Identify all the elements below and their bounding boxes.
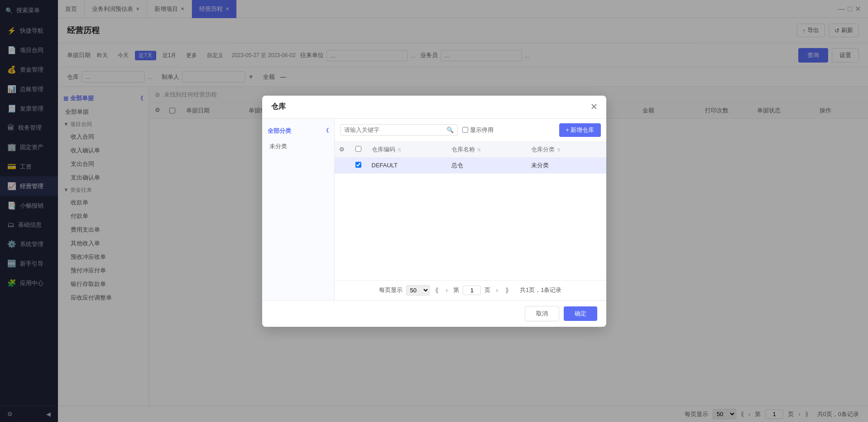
row-select-checkbox[interactable] [355, 162, 361, 168]
th-code[interactable]: 仓库编码 ⇅ [367, 142, 447, 158]
dialog-left-panel: 全部分类 《 未分类 [262, 119, 335, 300]
row-name: 总仓 [447, 157, 527, 173]
cancel-button[interactable]: 取消 [525, 306, 559, 321]
dialog-page-label: 第 [453, 286, 459, 294]
dialog-total-info: 共1页，1条记录 [520, 286, 561, 294]
table-row[interactable]: DEFAULT 总仓 未分类 [335, 157, 606, 173]
table-header-row: ⚙ 仓库编码 ⇅ 仓库名称 ⇅ 仓库分类 ⇅ [335, 142, 606, 158]
dialog-last-page-btn[interactable]: ⟫ [504, 286, 511, 295]
row-checkbox [351, 157, 367, 173]
dialog-left-item-uncategorized[interactable]: 未分类 [262, 139, 334, 154]
dialog-first-page-btn[interactable]: ⟪ [433, 286, 441, 295]
dialog-body: 全部分类 《 未分类 🔍 显示停用 [262, 119, 606, 300]
dialog-overlay: 仓库 ✕ 全部分类 《 未分类 🔍 [0, 0, 868, 422]
dialog-right-panel: 🔍 显示停用 + 新增仓库 ⚙ [335, 119, 606, 300]
dialog-search-box: 🔍 [340, 124, 458, 136]
row-category: 未分类 [527, 157, 606, 173]
dialog-page-unit: 页 [484, 286, 490, 294]
dialog-left-header: 全部分类 《 [262, 123, 334, 139]
add-warehouse-button[interactable]: + 新增仓库 [559, 123, 600, 137]
show-disabled-label[interactable]: 显示停用 [462, 126, 494, 134]
dialog-next-page-btn[interactable]: › [494, 286, 500, 295]
dialog-search-icon: 🔍 [446, 126, 454, 133]
dialog-prev-page-btn[interactable]: ‹ [444, 286, 450, 295]
dialog-left-title: 全部分类 [268, 127, 291, 135]
dialog-page-size-select[interactable]: 50 100 [406, 285, 430, 296]
th-gear: ⚙ [335, 142, 351, 158]
row-gear [335, 157, 351, 173]
dialog-header: 仓库 ✕ [262, 96, 606, 119]
dialog-left-item-label: 未分类 [269, 143, 287, 150]
dialog-close-button[interactable]: ✕ [590, 102, 597, 112]
dialog-left-collapse-icon[interactable]: 《 [323, 127, 329, 135]
th-category[interactable]: 仓库分类 ⇅ [527, 142, 606, 158]
dialog-title: 仓库 [271, 102, 286, 112]
dialog-table-container: ⚙ 仓库编码 ⇅ 仓库名称 ⇅ 仓库分类 ⇅ DEFAUL [335, 142, 606, 280]
dialog-page-input[interactable] [463, 286, 481, 295]
th-name[interactable]: 仓库名称 ⇅ [447, 142, 527, 158]
show-disabled-checkbox[interactable] [462, 127, 468, 133]
warehouse-dialog: 仓库 ✕ 全部分类 《 未分类 🔍 [262, 96, 606, 327]
dialog-footer: 取消 确定 [262, 300, 606, 327]
confirm-button[interactable]: 确定 [564, 306, 597, 321]
th-gear-icon[interactable]: ⚙ [339, 146, 345, 153]
row-code: DEFAULT [367, 157, 447, 173]
dialog-search-input[interactable] [344, 126, 444, 133]
warehouse-table: ⚙ 仓库编码 ⇅ 仓库名称 ⇅ 仓库分类 ⇅ DEFAUL [335, 142, 606, 174]
dialog-page-size-label: 每页显示 [379, 286, 403, 294]
table-select-all[interactable] [355, 146, 361, 152]
show-disabled-text: 显示停用 [470, 126, 494, 134]
dialog-toolbar: 🔍 显示停用 + 新增仓库 [335, 119, 606, 142]
dialog-pagination: 每页显示 50 100 ⟪ ‹ 第 页 › ⟫ 共1页，1条记录 [335, 280, 606, 300]
th-checkbox [351, 142, 367, 158]
